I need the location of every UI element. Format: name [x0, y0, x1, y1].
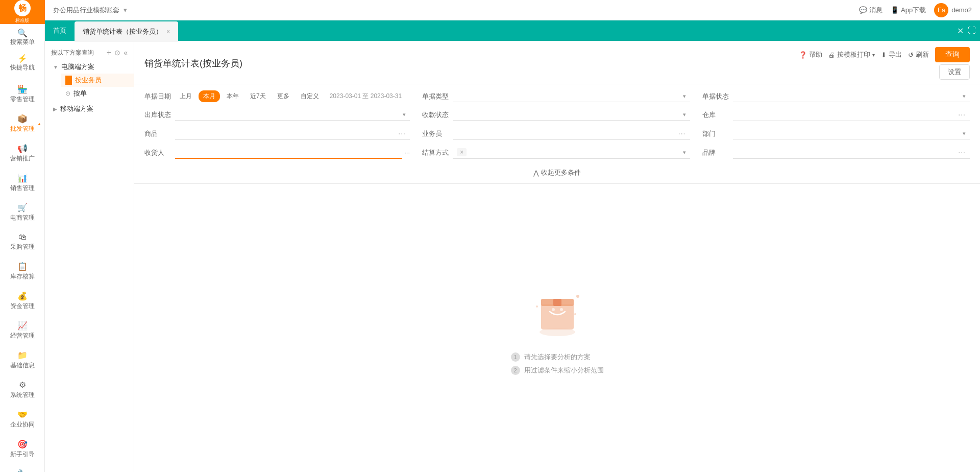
doc-status-arrow: ▾ [963, 93, 966, 100]
tab-maximize-area: ✕ ⛶ [957, 26, 976, 36]
sidebar-item-inventory[interactable]: 📋 库存核算 [0, 256, 44, 286]
hint-num-2: 2 [511, 366, 520, 375]
svg-point-4 [552, 308, 555, 311]
date-btn-this-year[interactable]: 本年 [222, 90, 243, 102]
basic-icon: 📁 [17, 350, 28, 360]
topbar-left: 办公用品行业模拟账套 ▾ [53, 6, 127, 15]
sidebar-item-finance[interactable]: 💰 资金管理 [0, 286, 44, 316]
out-status-label: 出库状态 [144, 110, 175, 120]
sidebar-item-retail[interactable]: 🏪 零售管理 [0, 79, 44, 109]
doc-status-label: 单据状态 [702, 92, 733, 101]
topbar: 办公用品行业模拟账套 ▾ 💬 消息 📱 App下载 Ea demo2 [45, 0, 980, 20]
tree-mobile[interactable]: ▶ 移动端方案 [45, 102, 134, 115]
edit-scheme-icon[interactable]: ⊙ [114, 49, 120, 57]
out-status-select[interactable]: ▾ [175, 109, 410, 121]
empty-hint-1: 1 请先选择要分析的方案 [511, 352, 604, 362]
settlement-select[interactable]: × ▾ [453, 146, 690, 159]
help-icon: ❓ [799, 51, 807, 59]
date-btn-7days[interactable]: 近7天 [246, 90, 271, 102]
tab-close-icon[interactable]: × [166, 28, 170, 35]
warehouse-label: 仓库 [702, 110, 733, 120]
date-btn-this-month[interactable]: 本月 [199, 90, 220, 102]
doc-type-select[interactable]: ▾ [453, 91, 690, 102]
sidebar-item-apps[interactable]: 🔧 应用中心 [0, 464, 44, 472]
sidebar-item-basic[interactable]: 📁 基础信息 [0, 345, 44, 375]
sidebar-item-system[interactable]: ⚙ 系统管理 [0, 375, 44, 405]
sidebar-item-purchase[interactable]: 🛍 采购管理 [0, 227, 44, 256]
sidebar-logo: 畅 标准版 [0, 0, 45, 24]
warehouse-select[interactable]: ··· [733, 108, 970, 121]
dept-label: 部门 [702, 129, 733, 138]
logo-icon: 畅 [14, 0, 31, 16]
help-btn[interactable]: ❓ 帮助 [799, 50, 822, 59]
tree-item-by-salesperson[interactable]: 按 按业务员 [61, 74, 134, 87]
collapse-filters-btn[interactable]: ⋀ 收起更多条件 [533, 168, 581, 177]
date-btn-custom[interactable]: 自定义 [296, 90, 324, 102]
sidebar: 畅 标准版 🔍 搜索菜单 ⚡ 快捷导航 🏪 零售管理 📦 批发管理 ▲ 📢 营销… [0, 0, 45, 472]
filter-row-1: 单据日期 上月 本月 本年 近7天 更多 自定义 2023-03-01 至 20… [144, 90, 970, 102]
template-print-btn[interactable]: 🖨 按模板打印 ▾ [828, 50, 875, 59]
app-download-btn[interactable]: 📱 App下载 [891, 6, 926, 15]
close-window-icon[interactable]: ✕ [957, 26, 964, 36]
filter-doc-status: 单据状态 ▾ [702, 91, 970, 102]
date-btn-last-month[interactable]: 上月 [175, 90, 197, 102]
collapse-row: ⋀ 收起更多条件 [144, 165, 970, 177]
svg-point-6 [576, 295, 579, 298]
filter-out-status: 出库状态 ▾ [144, 109, 410, 121]
goods-select[interactable]: ··· [175, 127, 410, 140]
payment-status-select[interactable]: ▾ [453, 109, 690, 121]
breadcrumb-arrow[interactable]: ▾ [124, 6, 127, 14]
svg-point-8 [574, 313, 576, 315]
user-profile[interactable]: Ea demo2 [934, 3, 972, 17]
sidebar-item-operations[interactable]: 📈 经营管理 [0, 316, 44, 345]
sidebar-item-marketing[interactable]: 📢 营销推广 [0, 138, 44, 168]
maximize-icon[interactable]: ⛶ [968, 26, 976, 35]
filter-row-3: 商品 ··· 业务员 ··· [144, 127, 970, 140]
message-icon: 💬 [859, 6, 867, 14]
receiver-dots[interactable]: ··· [404, 149, 410, 156]
sidebar-item-corp[interactable]: 🤝 企业协同 [0, 405, 44, 434]
sidebar-item-search[interactable]: 🔍 搜索菜单 [0, 24, 44, 51]
goods-dots[interactable]: ··· [398, 129, 406, 137]
finance-icon: 💰 [17, 291, 28, 301]
goods-label: 商品 [144, 129, 175, 138]
warehouse-dots[interactable]: ··· [958, 110, 966, 119]
collapse-panel-icon[interactable]: « [124, 49, 128, 57]
query-button[interactable]: 查询 [935, 47, 970, 62]
tree-desktop[interactable]: ▼ 电脑端方案 [45, 60, 134, 74]
add-scheme-icon[interactable]: + [107, 48, 111, 57]
date-btn-more[interactable]: 更多 [273, 90, 294, 102]
sidebar-item-sales[interactable]: 📊 销售管理 [0, 168, 44, 198]
svg-rect-3 [553, 299, 561, 306]
settings-button[interactable]: 设置 [939, 64, 970, 80]
tab-sales-stat[interactable]: 销货单统计表（按业务员） × [75, 21, 178, 42]
dept-select[interactable]: ▾ [733, 128, 970, 139]
date-range-text: 2023-03-01 至 2023-03-31 [330, 92, 402, 101]
brand-dots[interactable]: ··· [958, 148, 966, 156]
date-label: 单据日期 [144, 92, 175, 101]
settlement-tag-close[interactable]: × [460, 149, 463, 156]
message-btn[interactable]: 💬 消息 [859, 6, 883, 15]
brand-select[interactable]: ··· [733, 146, 970, 159]
tree-arrow-desktop: ▼ [53, 64, 58, 70]
salesperson-label: 业务员 [422, 129, 453, 138]
empty-illustration [527, 281, 588, 342]
settlement-tag: × [457, 148, 467, 156]
export-btn[interactable]: ⬇ 导出 [881, 50, 902, 59]
doc-status-select[interactable]: ▾ [733, 91, 970, 102]
sidebar-item-wholesale[interactable]: 📦 批发管理 ▲ [0, 109, 44, 138]
salesperson-select[interactable]: ··· [453, 127, 690, 140]
refresh-btn[interactable]: ↺ 刷新 [908, 50, 929, 59]
sidebar-item-quicknav[interactable]: ⚡ 快捷导航 [0, 51, 44, 75]
date-group: 上月 本月 本年 近7天 更多 自定义 2023-03-01 至 2023-03… [175, 90, 410, 102]
tab-home[interactable]: 首页 [45, 20, 75, 41]
print-icon: 🖨 [828, 51, 835, 59]
sales-icon: 📊 [17, 173, 28, 183]
tree-desktop-children: 按 按业务员 ⊙ 按单 [45, 74, 134, 100]
tree-item-by-order[interactable]: ⊙ 按单 [61, 87, 134, 100]
order-scheme-icon: ⊙ [65, 90, 70, 97]
sidebar-item-ecommerce[interactable]: 🛒 电商管理 [0, 198, 44, 227]
receiver-input[interactable] [175, 146, 402, 159]
salesperson-dots[interactable]: ··· [678, 129, 686, 137]
sidebar-item-guide[interactable]: 🎯 新手引导 [0, 434, 44, 464]
